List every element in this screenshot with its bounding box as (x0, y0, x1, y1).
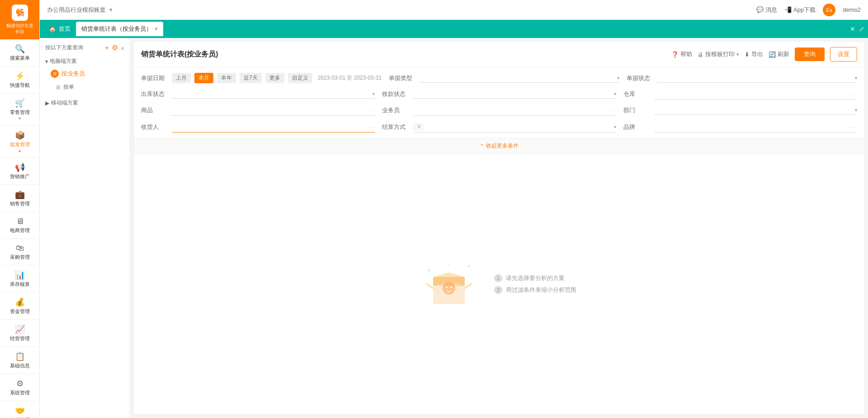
collapse-panel-btn[interactable]: « (121, 44, 124, 52)
payment-caret: ▾ (614, 124, 616, 129)
step1-text: 请先选择要分析的方案 (506, 274, 565, 282)
sidebar-ecommerce-label: 电商管理 (10, 227, 30, 234)
filter-goods: 商品 ··· (141, 105, 375, 116)
message-btn[interactable]: 💬 消息 (756, 6, 777, 14)
home-icon: 🏠 (49, 26, 56, 33)
basic-icon: 📋 (15, 352, 25, 361)
username[interactable]: demo2 (843, 6, 861, 13)
sidebar-item-finance[interactable]: 💰 资金管理 (0, 293, 39, 320)
date-btn-custom[interactable]: 自定义 (288, 73, 312, 83)
avatar[interactable]: Ea (823, 4, 835, 16)
salesperson-dots[interactable]: ··· (609, 107, 616, 114)
sidebar-item-retail[interactable]: 🛒 零售管理 ▾ (0, 94, 39, 126)
date-btn-more[interactable]: 更多 (265, 73, 284, 83)
sidebar-item-inventory[interactable]: 📊 库存核算 (0, 266, 39, 293)
sidebar-item-wholesale[interactable]: 📦 批发管理 ▴ (0, 126, 39, 158)
doc-type-select[interactable]: ▾ (420, 74, 619, 83)
scheme-group-desktop-toggle[interactable]: ▾ 电脑端方案 (40, 56, 130, 67)
sidebar-item-ecommerce[interactable]: 🖥 电商管理 (0, 212, 39, 239)
sidebar-item-quicknav[interactable]: ⚡ 快捷导航 (0, 66, 39, 94)
date-filter-controls: 上月 本月 本年 近7天 更多 自定义 2023-03-01 至 2023-03… (172, 73, 382, 83)
warehouse-select[interactable]: ··· (654, 89, 857, 100)
sidebar-search[interactable]: 🔍 搜索菜单 (0, 39, 39, 66)
sidebar-item-enterprise[interactable]: 🤝 企业协同 (0, 401, 39, 418)
out-status-select[interactable]: ▾ (172, 90, 375, 99)
filter-salesperson: 业务员 ··· (382, 105, 616, 116)
avatar-initial: Ea (826, 7, 832, 13)
svg-text:✦: ✦ (447, 262, 450, 266)
date-btn-thisyear[interactable]: 本年 (217, 73, 236, 83)
scheme-group-mobile-toggle[interactable]: ▶ 移动端方案 (40, 97, 130, 109)
collapse-chevron: ⌃ (480, 143, 484, 149)
date-btn-7days[interactable]: 近7天 (240, 73, 262, 83)
retail-icon: 🛒 (15, 98, 25, 108)
help-label: 帮助 (680, 50, 692, 58)
sidebar-item-marketing[interactable]: 📢 营销推广 (0, 158, 39, 185)
wholesale-expand-icon: ▴ (19, 148, 21, 153)
print-btn[interactable]: 🖨 按模板打印 ▾ (698, 50, 739, 58)
brand-select[interactable]: ··· (654, 122, 857, 133)
sidebar-system-label: 系统管理 (10, 390, 30, 396)
add-scheme-btn[interactable]: + (105, 44, 109, 52)
page-header: 销货单统计表(按业务员) ❓ 帮助 🖨 按模板打印 ▾ ⬇ 导出 (134, 42, 864, 67)
scheme-mobile-arrow: ▶ (45, 100, 49, 106)
app-logo[interactable]: 畅 畅捷信好生意 标版 (0, 0, 40, 39)
app-download-btn[interactable]: 📲 App下载 (784, 6, 816, 14)
collect-status-select[interactable]: ▾ (413, 90, 616, 99)
receiver-dots[interactable]: ··· (367, 124, 375, 130)
brand-dots[interactable]: ··· (849, 124, 857, 130)
tab-close-window-btn[interactable]: ✕ (850, 25, 855, 33)
empty-illustration: ✦ ✦ ✦ (422, 259, 476, 310)
sidebar-item-basic[interactable]: 📋 基础信息 (0, 347, 39, 374)
sidebar-item-system[interactable]: ⚙ 系统管理 (0, 374, 39, 401)
doc-status-label: 单据状态 (627, 74, 654, 82)
sidebar-item-operation[interactable]: 📈 经营管理 (0, 320, 39, 347)
breadcrumb-dropdown-icon[interactable]: ▾ (109, 6, 113, 13)
refresh-btn[interactable]: 🔄 刷新 (769, 50, 789, 58)
sidebar-item-sales[interactable]: 💼 销售管理 (0, 185, 39, 212)
tab-close-icon[interactable]: × (155, 26, 158, 32)
scheme-item-salesperson[interactable]: 按 按业务员 (40, 67, 130, 81)
sidebar-item-purchase[interactable]: 🛍 采购管理 (0, 239, 39, 266)
empty-step-1: 1 请先选择要分析的方案 (494, 274, 576, 282)
edit-scheme-btn[interactable]: ⚙ (112, 43, 118, 52)
salesperson-select[interactable]: ··· (413, 105, 616, 116)
warehouse-label: 仓库 (623, 90, 651, 98)
goods-dots[interactable]: ··· (367, 107, 375, 114)
export-label: 导出 (751, 50, 763, 58)
tab-home[interactable]: 🏠 首页 (43, 22, 76, 36)
right-panel: 销货单统计表(按业务员) ❓ 帮助 🖨 按模板打印 ▾ ⬇ 导出 (134, 42, 864, 414)
message-label: 消息 (765, 6, 777, 14)
app-download-icon: 📲 (784, 6, 792, 13)
department-select[interactable]: ▾ (654, 106, 857, 115)
print-label: 按模板打印 (705, 50, 735, 58)
help-btn[interactable]: ❓ 帮助 (671, 50, 692, 58)
refresh-icon: 🔄 (769, 51, 776, 58)
scheme-salesperson-label: 按业务员 (61, 70, 85, 78)
svg-text:✦: ✦ (467, 264, 471, 269)
query-button[interactable]: 查询 (795, 48, 825, 61)
goods-select[interactable]: ··· (172, 105, 375, 116)
payment-tag-remove-btn[interactable]: × (417, 124, 420, 130)
date-label: 单据日期 (141, 74, 168, 82)
svg-line-8 (465, 284, 472, 288)
receiver-select[interactable]: ··· (172, 122, 375, 133)
export-btn[interactable]: ⬇ 导出 (745, 50, 763, 58)
payment-select[interactable]: × ▾ (413, 121, 616, 133)
ecommerce-icon: 🖥 (16, 217, 24, 226)
date-btn-thismonth[interactable]: 本月 (194, 73, 213, 83)
tab-active[interactable]: 销货单统计表（按业务员） × (76, 22, 163, 36)
sidebar-purchase-label: 采购管理 (10, 254, 30, 261)
sidebar-marketing-label: 营销推广 (10, 173, 30, 180)
warehouse-dots[interactable]: ··· (849, 90, 857, 97)
collapse-bar[interactable]: ⌃ 收起更多条件 (134, 138, 864, 154)
empty-step-2: 2 用过滤条件来缩小分析范围 (494, 286, 576, 294)
scheme-mobile-label: 移动端方案 (51, 99, 78, 107)
scheme-sub-item-order[interactable]: ⊞ 按单 (40, 81, 130, 94)
settings-button[interactable]: 设置 (830, 47, 857, 62)
date-btn-lastmonth[interactable]: 上月 (172, 73, 191, 83)
doc-status-select[interactable]: ▾ (657, 74, 857, 83)
doc-type-label: 单据类型 (389, 74, 416, 82)
tab-restore-btn[interactable]: ⤢ (859, 25, 864, 33)
sidebar-retail-label: 零售管理 (10, 109, 30, 116)
